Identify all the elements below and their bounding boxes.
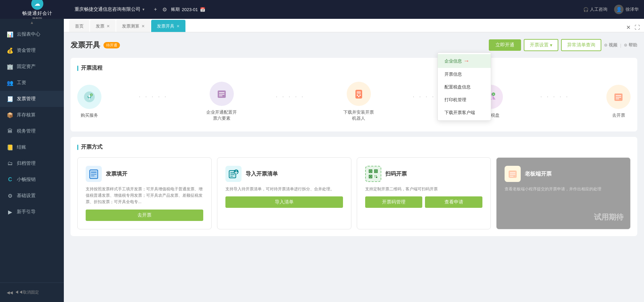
method-card-fill: 发票填开 支持按照发票样式手工填开发票；可开具增值税电子普通发票、增值税普通发票… [77,157,212,229]
svg-rect-40 [376,175,377,176]
svg-rect-39 [375,175,375,176]
tab-invoice-close[interactable]: ✕ [106,24,110,29]
scan-method-header: 扫码开票 [365,166,483,182]
tab-invoice[interactable]: 发票 ✕ [90,20,116,32]
import-list-button[interactable]: 导入清单 [225,196,343,208]
svg-rect-36 [370,171,371,172]
add-button[interactable]: + [154,6,157,12]
tab-home-label: 首页 [75,23,84,29]
logo-symbol: ☁ [34,0,40,7]
sidebar-item-fund-mgmt[interactable]: 💰 资金管理 [0,42,64,59]
sidebar-item-basic-settings[interactable]: ⚙ 基础设置 [0,188,64,204]
cancel-fixed-button[interactable]: ◀◀ ◀◀取消固定 [0,286,64,299]
sidebar-item-invoice-mgmt[interactable]: 🧾 发票管理 [0,91,64,107]
flow-dots-1: · · · · · [101,92,205,111]
qr-manage-button[interactable]: 开票码管理 [365,196,423,208]
support-button[interactable]: 🎧 人工咨询 [583,6,607,12]
scroll-up-icon: ▲ [30,20,34,25]
tab-invoice-open[interactable]: 发票开具 ✕ [151,20,185,32]
method-card-scan: 扫码开票 支持定制开票二维码，客户端可扫码开票 开票码管理 查看申请 [357,157,491,229]
page-title: 发票开具 待开通 [71,40,120,50]
step1-label: 购买服务 [81,112,98,118]
tab-invoice-open-close[interactable]: ✕ [176,24,180,29]
boss-method-desc: 查看老板端小程序提交的开票申请，并作出相应的处理 [505,186,622,192]
dropdown-item-tax-config[interactable]: 配置税盘信息 [438,81,491,93]
video-help-area: ⊙ 视频 | ⊙ 帮助 [604,42,637,48]
sidebar-item-accounting[interactable]: 📒 结账 [0,139,64,155]
sidebar-item-tax-mgmt[interactable]: 🏛 税务管理 [0,123,64,139]
tab-invoice-calc[interactable]: 发票测算 ✕ [116,20,151,32]
tab-bar-right: ✕ ⛶ [625,23,644,32]
dropdown-item-download-client[interactable]: 下载开票客户端 [438,106,491,119]
import-method-desc: 支持导入待开票清单，可对待开票清单进行拆分、合并处理。 [225,186,343,192]
sidebar-label-inventory: 库存核算 [17,112,36,118]
step1-icon: + [77,85,101,109]
sidebar-label-fixed-assets: 固定资产 [17,64,36,70]
flow-step-5: 去开票 [606,85,631,118]
svg-rect-9 [355,90,362,99]
page-actions: 立即开通 开票设置 ▾ 企业信息 → [489,39,637,51]
top-header: ☁ 畅捷通好会计 旗舰版 重庆畅捷交通信息咨询有限公司 ▾ + ⚙ 账期 202… [0,0,644,19]
tab-invoice-calc-close[interactable]: ✕ [141,24,145,29]
sidebar-bottom: ◀◀ ◀◀取消固定 [0,282,64,302]
help-button[interactable]: ⊙ 帮助 [624,42,637,48]
tab-invoice-open-label: 发票开具 [157,23,174,29]
boss-method-icon [505,166,521,182]
tab-invoice-calc-label: 发票测算 [122,23,139,29]
user-icon: 👤 [616,7,622,12]
dropdown-item-printer-mgmt[interactable]: 打印机管理 [438,93,491,106]
scan-buttons: 开票码管理 查看申请 [365,196,483,208]
settings-dropdown-arrow: ▾ [550,42,552,48]
svg-point-13 [358,96,359,97]
sidebar-item-new-guide[interactable]: ▶ 新手引导 [0,204,64,220]
sidebar-item-expense[interactable]: C 小畅报销 [0,172,64,188]
user-info[interactable]: 👤 徐泽华 [614,5,639,14]
sidebar-label-fund: 资金管理 [17,47,36,53]
avatar: 👤 [614,5,624,14]
tab-home[interactable]: 首页 [69,20,89,32]
step3-icon [347,82,371,106]
step3-label: 下载并安装开票机器人 [342,109,376,121]
video-button[interactable]: ⊙ 视频 [604,42,617,48]
abnormal-query-button[interactable]: 异常清单查询 [561,39,601,51]
import-method-header: 导入开票清单 [225,166,343,182]
boss-method-header: 老板端开票 [505,166,622,182]
sidebar-item-cloud-report[interactable]: 📊 云报表中心 [0,26,64,42]
sidebar-item-fixed-assets[interactable]: 🏢 固定资产 [0,59,64,75]
flow-step-3: 下载并安装开票机器人 [342,82,376,121]
activate-button[interactable]: 立即开通 [489,39,521,51]
dropdown-item-invoice-info[interactable]: 开票信息 [438,68,491,81]
new-guide-icon: ▶ [7,209,13,215]
sidebar-item-salary[interactable]: 👥 工资 [0,75,64,91]
settings-button[interactable]: 开票设置 ▾ [524,39,558,51]
logo-name: 畅捷通好会计 [22,10,52,16]
svg-rect-10 [357,91,361,94]
svg-point-1 [88,95,90,97]
sidebar-scroll-up[interactable]: ▲ [0,19,64,26]
dropdown-item-company-info[interactable]: 企业信息 → [438,54,491,68]
fill-method-desc: 支持按照发票样式手工填开发票；可开具增值税电子普通发票、增值税普通发票、增值税专… [86,186,203,205]
fill-invoice-button[interactable]: 去开票 [86,210,203,221]
step2-icon [210,82,234,106]
logo-icon: ☁ [31,0,43,10]
flow-step-2: 企业开通配置开票六要素 [205,82,239,121]
sidebar-item-inventory[interactable]: 📦 库存核算 [0,107,64,123]
flow-section-title: 开票流程 [77,65,631,72]
logo-area: ☁ 畅捷通好会计 旗舰版 [5,0,69,21]
settings-icon[interactable]: ⚙ [162,6,167,13]
tab-expand-button[interactable]: ⛶ [633,23,641,32]
methods-section: 开票方式 [71,137,637,236]
company-selector[interactable]: 重庆畅捷交通信息咨询有限公司 ▾ [69,6,150,12]
view-apply-button[interactable]: 查看申请 [425,196,482,208]
period-selector[interactable]: 账期 2023-01 📅 [171,6,205,12]
sidebar-item-archive[interactable]: 🗂 归档管理 [0,155,64,172]
tab-close-button[interactable]: ✕ [625,23,632,32]
svg-point-12 [359,95,361,96]
svg-point-11 [357,95,358,96]
tab-invoice-label: 发票 [96,23,104,29]
settings-dropdown-menu: 企业信息 → 开票信息 配置税盘信息 打印机管理 [437,52,491,121]
page-title-text: 发票开具 [71,40,100,50]
header-actions: + ⚙ [150,6,171,13]
disabled-overlay: 试用期待 [594,212,624,222]
scan-method-icon [365,166,381,182]
